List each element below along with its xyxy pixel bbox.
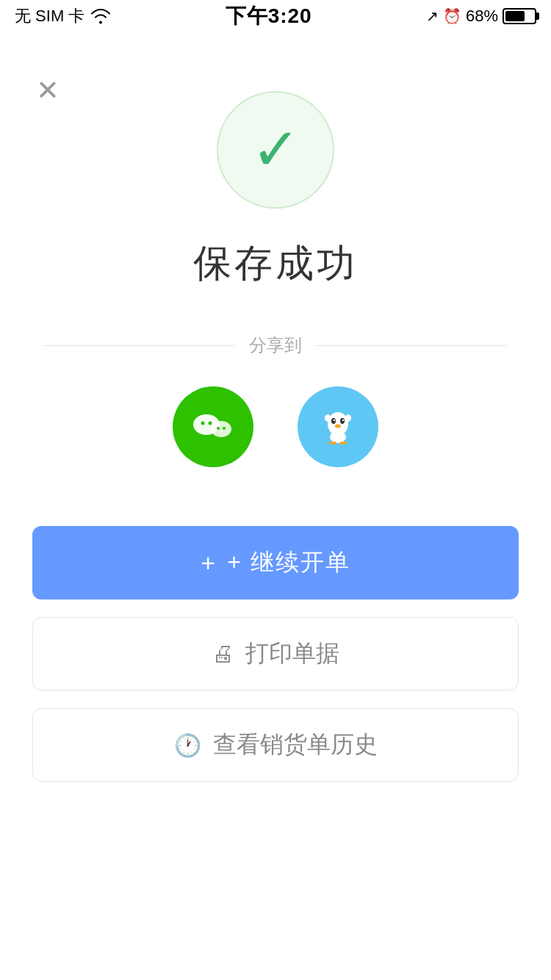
status-time: 下午3:20 xyxy=(226,2,312,30)
checkmark-icon: ✓ xyxy=(251,120,300,179)
battery-icon xyxy=(503,8,536,24)
svg-point-7 xyxy=(331,418,336,424)
svg-point-15 xyxy=(325,414,331,422)
status-left: 无 SIM 卡 xyxy=(15,5,111,27)
history-icon: 🕐 xyxy=(174,732,201,758)
svg-point-11 xyxy=(335,425,341,428)
continue-order-button[interactable]: + + 继续开单 xyxy=(32,526,519,599)
alarm-icon: ⏰ xyxy=(443,7,461,25)
printer-icon: 🖨 xyxy=(212,641,234,666)
close-button[interactable]: ✕ xyxy=(29,72,66,109)
share-divider: 分享到 xyxy=(0,334,551,357)
print-label: 打印单据 xyxy=(245,638,339,670)
history-button[interactable]: 🕐 查看销货单历史 xyxy=(32,708,519,782)
success-title: 保存成功 xyxy=(193,238,358,289)
svg-point-14 xyxy=(339,442,347,444)
divider-line-left xyxy=(44,345,234,346)
wechat-icon xyxy=(187,401,239,453)
svg-point-10 xyxy=(342,419,344,421)
qq-share-button[interactable] xyxy=(298,386,378,467)
qq-icon xyxy=(316,405,360,449)
status-right: ↗ ⏰ 68% xyxy=(426,7,536,26)
svg-point-16 xyxy=(345,414,351,422)
svg-point-13 xyxy=(329,442,336,444)
carrier-label: 无 SIM 卡 xyxy=(15,5,84,27)
battery-fill xyxy=(505,11,525,21)
status-bar: 无 SIM 卡 下午3:20 ↗ ⏰ 68% xyxy=(0,0,551,32)
svg-point-12 xyxy=(330,431,346,443)
svg-point-1 xyxy=(211,421,231,437)
wifi-icon xyxy=(90,8,111,24)
svg-point-3 xyxy=(209,422,212,425)
plus-icon: + xyxy=(201,549,215,577)
action-buttons: + + 继续开单 🖨 打印单据 🕐 查看销货单历史 xyxy=(0,526,551,782)
share-icons xyxy=(173,386,378,467)
svg-point-2 xyxy=(201,422,205,425)
battery-percent: 68% xyxy=(466,7,498,26)
print-button[interactable]: 🖨 打印单据 xyxy=(32,617,519,691)
continue-order-label: + 继续开单 xyxy=(227,547,350,579)
svg-point-4 xyxy=(217,427,220,430)
share-label: 分享到 xyxy=(234,334,317,357)
success-circle: ✓ xyxy=(217,91,334,209)
svg-point-8 xyxy=(340,418,345,424)
main-content: ✕ ✓ 保存成功 分享到 xyxy=(0,32,551,980)
divider-line-right xyxy=(317,345,507,346)
svg-point-9 xyxy=(334,419,335,421)
location-icon: ↗ xyxy=(426,7,439,25)
wechat-share-button[interactable] xyxy=(173,386,253,467)
svg-point-5 xyxy=(223,427,226,430)
history-label: 查看销货单历史 xyxy=(213,729,378,761)
close-icon: ✕ xyxy=(36,76,60,104)
